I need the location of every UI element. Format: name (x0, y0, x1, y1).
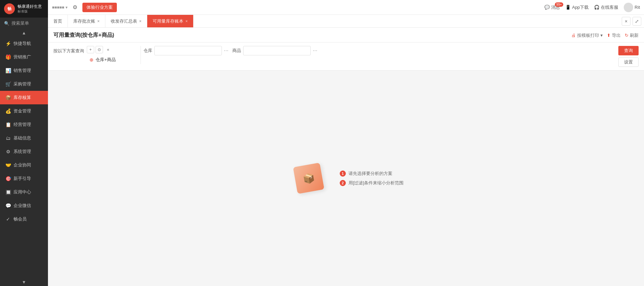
sidebar-item-xiaoshou[interactable]: 📊销售管理 (0, 64, 48, 77)
qiye-icon: 🤝 (5, 162, 11, 168)
tab-label: 收发存汇总表 (111, 18, 137, 24)
main-content: ■■■■■ ▾ ⚙ 体验行业方案 💬 消息 99+ 📱 App下载 🎧 在线客服… (48, 0, 644, 286)
export-icon: ⬆ (607, 33, 611, 38)
message-badge: 99+ (555, 2, 563, 7)
sidebar-item-huiyuan[interactable]: ✓畅会员 (0, 212, 48, 226)
tab-close-icon[interactable]: × (185, 19, 188, 24)
empty-box-icon: 📦 (293, 163, 325, 194)
warehouse-more-button[interactable]: ··· (224, 48, 228, 54)
empty-state: 📦 1 请先选择要分析的方案 2 用[过滤]条件来缩小分析范围 (288, 158, 404, 199)
tab-label: 库存批次账 (73, 18, 95, 24)
sidebar-label-kuaijie: 快捷导航 (14, 41, 31, 47)
collapse-scheme-button[interactable]: « (104, 46, 112, 53)
empty-illustration: 📦 (288, 158, 329, 199)
sidebar-search-item[interactable]: 🔍 搜索菜单 (0, 18, 48, 29)
tip-num-1: 1 (340, 171, 346, 177)
sidebar-item-qiye[interactable]: 🤝企业协同 (0, 158, 48, 172)
sidebar-item-xinshou[interactable]: 🎯新手引导 (0, 172, 48, 185)
message-button[interactable]: 💬 消息 99+ (544, 4, 560, 10)
tab-close-icon[interactable]: × (97, 19, 100, 24)
sidebar-item-yingyong[interactable]: 🔲应用中心 (0, 185, 48, 199)
sidebar-item-jichu[interactable]: 🗂基础信息 (0, 131, 48, 145)
sidebar-label-xinshou: 新手引导 (14, 176, 31, 182)
sidebar-label-xiaoshou: 销售管理 (14, 68, 31, 74)
tab-首页[interactable]: 首页 (48, 15, 68, 28)
scheme-item-icon: ⊕ (89, 57, 94, 62)
tip-num-2: 2 (340, 180, 346, 186)
empty-tip-2: 2 用[过滤]条件来缩小分析范围 (340, 180, 404, 186)
industry-solution-button[interactable]: 体验行业方案 (82, 3, 117, 12)
sidebar-scroll-down[interactable]: ▼ (0, 278, 48, 286)
breadcrumb-text: ■■■■■ ▾ (52, 5, 68, 10)
goods-label: 商品 (232, 48, 241, 54)
sidebar-item-xitong[interactable]: ⚙系统管理 (0, 145, 48, 158)
sidebar-item-zijin[interactable]: 💰资金管理 (0, 104, 48, 118)
xitong-icon: ⚙ (5, 149, 11, 154)
tab-close-window-button[interactable]: × (622, 17, 630, 26)
sidebar-label-jingying: 经营管理 (14, 122, 31, 128)
scheme-item-label: 仓库+商品 (96, 57, 116, 63)
tab-库存批次账[interactable]: 库存批次账× (68, 15, 105, 28)
app-download-button[interactable]: 📱 App下载 (565, 4, 589, 10)
add-scheme-button[interactable]: + (87, 46, 94, 53)
avatar (624, 3, 633, 12)
tip-text-2: 用[过滤]条件来缩小分析范围 (349, 180, 404, 186)
tab-label: 首页 (53, 18, 62, 24)
warehouse-input[interactable] (154, 46, 222, 55)
scheme-item-warehouse-goods[interactable]: ⊕ 仓库+商品 (87, 55, 138, 64)
sidebar-item-yingxiao[interactable]: 🎁营销推广 (0, 50, 48, 64)
goods-more-button[interactable]: ··· (313, 48, 317, 54)
service-icon: 🎧 (594, 5, 599, 10)
sidebar-label-yingyong: 应用中心 (14, 189, 31, 195)
sidebar-item-caigou[interactable]: 🛒采购管理 (0, 77, 48, 91)
online-service-button[interactable]: 🎧 在线客服 (594, 4, 618, 10)
empty-tips: 1 请先选择要分析的方案 2 用[过滤]条件来缩小分析范围 (340, 171, 404, 186)
sidebar-label-weixin: 企业微信 (14, 203, 31, 209)
filter-field-goods: 商品 ··· (232, 46, 317, 55)
print-button[interactable]: 🖨 按模板打印 ▾ (571, 32, 603, 38)
brand-name: 畅康通好生意 (18, 4, 42, 9)
filter-scheme-area: + ⊙ « ⊕ 仓库+商品 (87, 46, 141, 64)
sidebar-item-kucun[interactable]: 📦库存核算 (0, 91, 48, 104)
settings-button[interactable]: 设置 (618, 57, 639, 67)
user-avatar-button[interactable]: Rit (624, 3, 640, 12)
kucun-icon: 📦 (5, 95, 11, 100)
jingying-icon: 📋 (5, 122, 11, 127)
tab-label: 可用量库存账本 (153, 18, 183, 24)
tab-close-icon[interactable]: × (139, 19, 141, 24)
sidebar-brand: 畅康通好生意 标准版 (18, 4, 42, 14)
tab-可用量库存账本[interactable]: 可用量库存账本× (147, 15, 194, 28)
print-icon: 🖨 (571, 33, 576, 38)
topbar-gear-btn[interactable]: ⚙ (70, 3, 80, 12)
caigou-icon: 🛒 (5, 81, 11, 87)
sidebar-label-jichu: 基础信息 (14, 135, 31, 141)
tip-text-1: 请先选择要分析的方案 (349, 171, 392, 177)
topbar: ■■■■■ ▾ ⚙ 体验行业方案 💬 消息 99+ 📱 App下载 🎧 在线客服… (48, 0, 644, 15)
username: Rit (635, 5, 640, 10)
sidebar-scroll-up[interactable]: ▲ (0, 29, 48, 37)
huiyuan-icon: ✓ (5, 216, 11, 222)
filter-bar: 按以下方案查询 + ⊙ « ⊕ 仓库+商品 仓库 ··· 商品 (48, 43, 644, 71)
refresh-button[interactable]: ↻ 刷新 (625, 32, 639, 38)
page-header: 可用量查询(按仓库+商品) 🖨 按模板打印 ▾ ⬆ 导出 ↻ 刷新 (48, 28, 644, 43)
goods-input[interactable] (243, 46, 311, 55)
sidebar-item-weixin[interactable]: 💬企业微信 (0, 199, 48, 212)
content-area: 📦 1 请先选择要分析的方案 2 用[过滤]条件来缩小分析范围 (48, 71, 644, 286)
tab-收发存汇总表[interactable]: 收发存汇总表× (105, 15, 147, 28)
sidebar-item-kuaijie[interactable]: ⚡快捷导航 (0, 37, 48, 50)
query-button[interactable]: 查询 (618, 46, 639, 55)
filter-row-1: 仓库 ··· 商品 ··· (144, 46, 616, 55)
sidebar-label-xitong: 系统管理 (14, 149, 31, 155)
tab-expand-button[interactable]: ⤢ (633, 17, 641, 26)
refresh-icon: ↻ (625, 33, 628, 38)
sidebar-item-jingying[interactable]: 📋经营管理 (0, 118, 48, 131)
filter-field-warehouse: 仓库 ··· (144, 46, 228, 55)
warehouse-label: 仓库 (144, 48, 152, 54)
print-dropdown-icon[interactable]: ▾ (600, 33, 603, 38)
export-button[interactable]: ⬆ 导出 (607, 32, 621, 38)
export-label: 导出 (612, 32, 621, 38)
filter-section-label: 按以下方案查询 (53, 46, 84, 54)
scheme-settings-button[interactable]: ⊙ (96, 46, 103, 53)
sidebar-label-caigou: 采购管理 (14, 81, 31, 87)
jichu-icon: 🗂 (5, 135, 11, 141)
